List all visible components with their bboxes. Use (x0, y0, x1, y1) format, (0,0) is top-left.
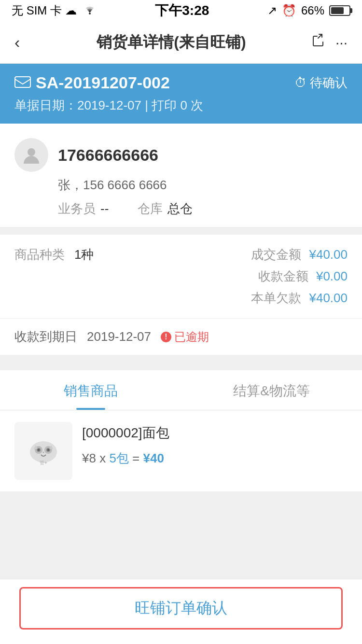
svg-point-2 (28, 148, 35, 156)
order-icon (14, 73, 31, 92)
status-left: 无 SIM 卡 ☁ (12, 3, 97, 18)
product-total: ¥40 (143, 451, 164, 465)
debt-label: 本单欠款 (251, 290, 301, 307)
received-value: ¥0.00 (316, 269, 348, 284)
nav-actions: ··· (299, 33, 348, 51)
summary-section: 商品种类 1种 成交金额 ¥40.00 收款金额 ¥0.00 本单欠款 ¥40.… (0, 235, 362, 318)
sales-value: -- (100, 201, 109, 216)
product-qty: 5包 (109, 451, 128, 465)
order-id: SA-20191207-002 (14, 73, 170, 92)
overdue-badge: ! 已逾期 (161, 329, 209, 345)
product-item: 管+ [0000002]面包 ¥8 x 5包 = ¥40 (14, 422, 348, 480)
bottom-bar: 旺铺订单确认 (0, 579, 362, 644)
alarm-icon: ⏰ (282, 4, 296, 17)
nav-bar: ‹ 销货单详情(来自旺铺) ··· (0, 21, 362, 64)
overdue-text: 已逾期 (174, 329, 209, 345)
clock-icon: ⏱ (294, 75, 307, 90)
divider-1 (0, 227, 362, 235)
customer-section: 17666666666 张，156 6666 6666 业务员 -- 仓库 总仓 (0, 124, 362, 227)
more-icon[interactable]: ··· (335, 34, 348, 51)
battery-icon (329, 5, 350, 16)
product-info: [0000002]面包 ¥8 x 5包 = ¥40 (82, 422, 348, 467)
product-type-label: 商品种类 (14, 246, 65, 263)
product-section: 管+ [0000002]面包 ¥8 x 5包 = ¥40 (0, 410, 362, 491)
due-section: 收款到期日 2019-12-07 ! 已逾期 (0, 318, 362, 355)
svg-text:管+: 管+ (40, 460, 47, 465)
no-sim-text: 无 SIM 卡 ☁ (12, 3, 77, 18)
tabs-bar: 销售商品 结算&物流等 (0, 370, 362, 410)
customer-phone: 17666666666 (58, 146, 158, 165)
avatar (14, 138, 48, 172)
received-label: 收款金额 (258, 268, 308, 285)
divider-2 (0, 355, 362, 363)
status-bar: 无 SIM 卡 ☁ 下午3:28 ↗ ⏰ 66% (0, 0, 362, 21)
page-title: 销货单详情(来自旺铺) (43, 32, 299, 53)
warehouse-value: 总仓 (167, 200, 193, 217)
tab-settle-logistics[interactable]: 结算&物流等 (181, 370, 362, 410)
location-icon: ↗ (267, 4, 277, 17)
deal-amount-value: ¥40.00 (309, 247, 348, 262)
status-time: 下午3:28 (155, 1, 209, 20)
header-card: SA-20191207-002 ⏱ 待确认 单据日期：2019-12-07 | … (0, 64, 362, 124)
share-icon[interactable] (311, 33, 326, 51)
warehouse-label: 仓库 (138, 200, 163, 217)
wifi-icon (83, 4, 97, 17)
product-price: ¥8 x 5包 = ¥40 (82, 450, 348, 467)
tab-sales-products[interactable]: 销售商品 (0, 370, 181, 410)
tabs-section: 销售商品 结算&物流等 (0, 370, 362, 491)
debt-value: ¥40.00 (309, 291, 348, 306)
order-date-row: 单据日期：2019-12-07 | 打印 0 次 (14, 97, 348, 114)
battery-percent: 66% (301, 4, 324, 17)
confirm-order-button[interactable]: 旺铺订单确认 (19, 587, 343, 630)
svg-rect-1 (15, 77, 30, 87)
due-date-value: 2019-12-07 (87, 329, 151, 344)
svg-point-0 (89, 13, 91, 14)
deal-amount-label: 成交金额 (251, 246, 301, 263)
status-right: ↗ ⏰ 66% (267, 4, 350, 17)
back-button[interactable]: ‹ (14, 33, 43, 52)
customer-sub-info: 张，156 6666 6666 (58, 177, 348, 194)
product-type-value: 1种 (74, 246, 94, 263)
order-status: ⏱ 待确认 (294, 74, 348, 91)
product-thumbnail: 管+ (14, 422, 72, 480)
overdue-icon: ! (161, 332, 171, 342)
svg-point-8 (38, 449, 40, 451)
svg-point-9 (47, 449, 49, 451)
sales-label: 业务员 (58, 200, 96, 217)
customer-meta: 业务员 -- 仓库 总仓 (58, 200, 348, 217)
product-name: [0000002]面包 (82, 424, 348, 442)
due-date-label: 收款到期日 (14, 328, 77, 345)
